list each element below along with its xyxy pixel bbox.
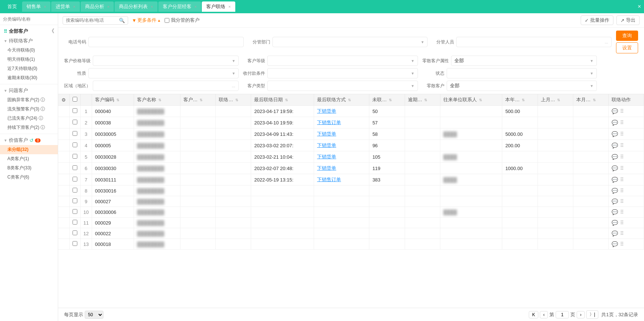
sidebar-item-abnormal[interactable]: 固购异常客户(2) ⓘ: [0, 95, 58, 105]
col-last-contact-method[interactable]: 最后联络方式 ⇅: [314, 94, 369, 106]
row-last-contact-method[interactable]: [314, 239, 369, 250]
action-chat-icon[interactable]: 💬: [612, 165, 618, 171]
row-last-contact-method[interactable]: 下销货单: [314, 151, 369, 163]
my-customers-checkbox[interactable]: [165, 18, 169, 23]
col-name[interactable]: 客户名称 ⇅: [134, 94, 180, 106]
close-purchase-tab[interactable]: ×: [73, 4, 75, 9]
contact-method-link[interactable]: 下销货单: [317, 108, 336, 114]
action-chat-icon[interactable]: 💬: [612, 241, 618, 247]
row-last-contact-method[interactable]: 下销货单: [314, 140, 369, 151]
filter-price-level-select[interactable]: ▼: [93, 56, 239, 66]
row-last-contact-method[interactable]: 下销货单: [314, 128, 369, 140]
action-chat-icon[interactable]: 💬: [612, 142, 618, 148]
action-chat-icon[interactable]: 💬: [612, 198, 618, 204]
row-checkbox-4[interactable]: [73, 154, 77, 159]
action-more-icon[interactable]: ⠿: [620, 177, 624, 183]
contact-method-link[interactable]: 下销售订单: [317, 120, 341, 125]
filter-payment-select[interactable]: ▼: [267, 68, 418, 78]
sidebar-item-week[interactable]: 近7天待联络(0): [0, 64, 58, 73]
filter-nature-select[interactable]: ▼: [88, 68, 239, 78]
filter-status-select[interactable]: ▼: [447, 68, 597, 78]
close-product-analysis-list-tab[interactable]: ×: [151, 4, 153, 9]
filter-person-select[interactable]: …: [456, 37, 612, 47]
col-no-contact[interactable]: 未联… ⇅: [369, 94, 405, 106]
col-last-month[interactable]: 上月… ⇅: [538, 94, 573, 106]
tab-purchase[interactable]: 进货单 ×: [51, 1, 80, 12]
per-page-select[interactable]: 50 100 200: [85, 311, 103, 319]
action-more-icon[interactable]: ⠿: [620, 241, 624, 247]
action-more-icon[interactable]: ⠿: [620, 165, 624, 171]
sidebar-item-c-class[interactable]: C类客户(6): [0, 173, 58, 182]
sidebar-item-churn-risk[interactable]: 流失预警客户(3) ⓘ: [0, 105, 58, 114]
action-more-icon[interactable]: ⠿: [620, 131, 624, 137]
tab-product-analysis[interactable]: 商品分析 ×: [81, 1, 114, 12]
row-last-contact-method[interactable]: [314, 186, 369, 196]
filter-search-input[interactable]: [66, 18, 117, 23]
filter-customer-level-select[interactable]: ▼: [267, 56, 418, 66]
col-last-contact-date[interactable]: 最后联络日期 ⇅: [251, 94, 314, 106]
col-contact[interactable]: 联络… ⇅: [216, 94, 251, 106]
sidebar-group-problem[interactable]: ▼ 问题客户: [0, 86, 58, 95]
contact-method-link[interactable]: 下销货单: [317, 142, 336, 148]
sidebar-item-a-class[interactable]: A类客户(1): [0, 154, 58, 163]
row-checkbox-7[interactable]: [73, 188, 77, 193]
col-this-month[interactable]: 本月… ⇅: [573, 94, 609, 106]
page-input[interactable]: [556, 311, 569, 318]
sidebar-collapse-btn[interactable]: 《: [49, 28, 54, 35]
sidebar-group-value[interactable]: ▼ 价值客户 ↺ 8: [0, 135, 58, 145]
filter-phone-input[interactable]: [88, 37, 244, 47]
reset-btn[interactable]: 设置: [616, 42, 638, 53]
action-more-icon[interactable]: ⠿: [620, 230, 624, 236]
tab-customer-contact[interactable]: 客户联络 ×: [202, 1, 235, 12]
close-customer-segment-tab[interactable]: ×: [194, 4, 197, 9]
value-refresh-icon[interactable]: ↺: [29, 138, 34, 143]
close-customer-contact-tab[interactable]: ×: [228, 4, 230, 9]
row-last-contact-method[interactable]: [314, 228, 369, 239]
next-page-btn[interactable]: ›: [577, 311, 585, 318]
row-checkbox-10[interactable]: [73, 220, 77, 225]
close-product-analysis-tab[interactable]: ×: [107, 4, 109, 9]
row-checkbox-8[interactable]: [73, 198, 77, 203]
action-more-icon[interactable]: ⠿: [620, 108, 624, 114]
contact-method-link[interactable]: 下销售订单: [317, 177, 341, 182]
more-conditions-btn[interactable]: ▼ 更多条件 ▲: [132, 17, 161, 24]
batch-op-btn[interactable]: ✓ 批量操作: [581, 15, 613, 25]
sidebar-item-declining[interactable]: 持续下滑客户(2) ⓘ: [0, 123, 58, 132]
filter-customer-type-select[interactable]: ▼: [267, 81, 418, 91]
row-last-contact-method[interactable]: 下销售订单: [314, 174, 369, 186]
col-overdue[interactable]: 逾期… ⇅: [405, 94, 440, 106]
window-close-btn[interactable]: ×: [638, 3, 641, 10]
filter-region-select[interactable]: …: [93, 81, 239, 91]
select-all-checkbox[interactable]: [73, 97, 77, 102]
row-last-contact-method[interactable]: 下销售订单: [314, 117, 369, 128]
row-last-contact-method[interactable]: 下销货单: [314, 106, 369, 117]
action-more-icon[interactable]: ⠿: [620, 142, 624, 148]
action-chat-icon[interactable]: 💬: [612, 120, 618, 126]
tab-home[interactable]: 首页: [3, 1, 21, 12]
row-checkbox-12[interactable]: [73, 241, 77, 246]
col-this-year[interactable]: 本年… ⇅: [502, 94, 538, 106]
sidebar-search-input[interactable]: [3, 17, 58, 22]
row-checkbox-6[interactable]: [73, 177, 77, 181]
action-more-icon[interactable]: ⠿: [620, 220, 624, 226]
col-settings[interactable]: ⚙: [58, 94, 69, 106]
sidebar-item-tomorrow[interactable]: 明天待联络(1): [0, 55, 58, 64]
action-more-icon[interactable]: ⠿: [620, 188, 624, 194]
action-chat-icon[interactable]: 💬: [612, 177, 618, 183]
action-more-icon[interactable]: ⠿: [620, 120, 624, 126]
tab-sales[interactable]: 销售单 ×: [22, 1, 50, 12]
row-checkbox-1[interactable]: [73, 120, 77, 124]
sidebar-item-ungroup[interactable]: 未分组(32): [0, 145, 58, 154]
query-btn[interactable]: 查询: [616, 31, 638, 41]
row-checkbox-0[interactable]: [73, 108, 77, 113]
col-code[interactable]: 客户编码 ⇅: [92, 94, 134, 106]
tab-customer-segment[interactable]: 客户分层经客 ×: [158, 1, 201, 12]
action-chat-icon[interactable]: 💬: [612, 188, 618, 194]
row-last-contact-method[interactable]: 下销货单: [314, 163, 369, 174]
action-more-icon[interactable]: ⠿: [620, 154, 624, 160]
sidebar-item-overdue[interactable]: 逾期未联络(30): [0, 73, 58, 82]
row-checkbox-9[interactable]: [73, 209, 77, 214]
action-chat-icon[interactable]: 💬: [612, 131, 618, 137]
row-checkbox-3[interactable]: [73, 142, 77, 147]
row-checkbox-5[interactable]: [73, 165, 77, 170]
